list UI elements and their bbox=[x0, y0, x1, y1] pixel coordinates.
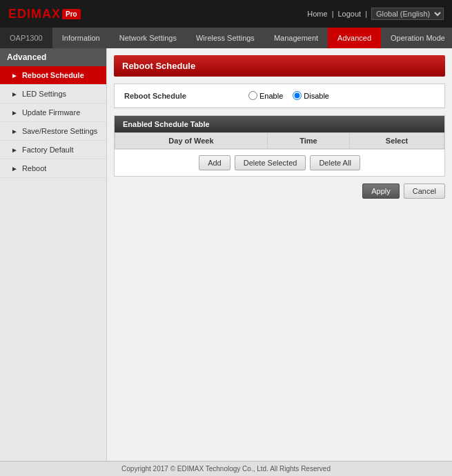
arrow-icon: ► bbox=[11, 90, 18, 98]
sidebar-item-reboot[interactable]: ► Reboot bbox=[0, 159, 106, 178]
schedule-table: Day of Week Time Select bbox=[115, 132, 444, 149]
logo-pro: Pro bbox=[62, 9, 81, 19]
arrow-icon: ► bbox=[11, 165, 18, 172]
nav-wireless-settings[interactable]: Wireless Settings bbox=[186, 28, 264, 48]
sidebar-title: Advanced bbox=[0, 48, 106, 66]
delete-all-button[interactable]: Delete All bbox=[310, 155, 360, 170]
col-select: Select bbox=[350, 133, 444, 149]
enable-radio[interactable] bbox=[248, 91, 257, 100]
language-select[interactable]: Global (English) Chinese German French bbox=[371, 8, 444, 20]
nav-advanced[interactable]: Advanced bbox=[328, 28, 381, 48]
cancel-button[interactable]: Cancel bbox=[404, 184, 445, 199]
footer: Copyright 2017 © EDIMAX Technology Co., … bbox=[0, 461, 452, 476]
sidebar-item-led-settings[interactable]: ► LED Settings bbox=[0, 85, 106, 103]
arrow-icon: ► bbox=[11, 109, 18, 117]
nav-network-settings[interactable]: Network Settings bbox=[110, 28, 186, 48]
sidebar-item-factory-default[interactable]: ► Factory Default bbox=[0, 141, 106, 159]
enable-radio-label[interactable]: Enable bbox=[248, 91, 283, 100]
logout-link[interactable]: Logout bbox=[337, 10, 361, 18]
header: EDIMAX Pro Home | Logout | Global (Engli… bbox=[0, 0, 452, 28]
schedule-table-box: Enabled Schedule Table Day of Week Time … bbox=[114, 115, 445, 177]
navbar: OAP1300 Information Network Settings Wir… bbox=[0, 28, 452, 48]
table-header-bar: Enabled Schedule Table bbox=[115, 116, 444, 132]
table-footer: Add Delete Selected Delete All bbox=[115, 149, 444, 176]
delete-selected-button[interactable]: Delete Selected bbox=[235, 155, 306, 170]
sidebar-item-reboot-schedule[interactable]: ► Reboot Schedule bbox=[0, 66, 106, 85]
sidebar-item-update-firmware[interactable]: ► Update Firmware bbox=[0, 103, 106, 122]
add-button[interactable]: Add bbox=[199, 155, 230, 170]
main-layout: Advanced ► Reboot Schedule ► LED Setting… bbox=[0, 48, 452, 461]
arrow-icon: ► bbox=[11, 72, 18, 79]
col-day-of-week: Day of Week bbox=[115, 133, 268, 149]
apply-button[interactable]: Apply bbox=[362, 184, 400, 199]
oap-label: OAP1300 bbox=[0, 28, 52, 48]
page-title: Reboot Schedule bbox=[114, 55, 445, 77]
reboot-schedule-section: Reboot Schedule Enable Disable bbox=[114, 83, 445, 108]
arrow-icon: ► bbox=[11, 128, 18, 135]
home-link[interactable]: Home bbox=[307, 10, 327, 18]
logo-text: EDIMAX bbox=[8, 7, 61, 21]
reboot-schedule-label: Reboot Schedule bbox=[124, 92, 248, 100]
header-right: Home | Logout | Global (English) Chinese… bbox=[307, 8, 444, 20]
nav-management[interactable]: Management bbox=[264, 28, 328, 48]
reboot-schedule-row: Reboot Schedule Enable Disable bbox=[115, 84, 444, 108]
arrow-icon: ► bbox=[11, 146, 18, 154]
action-row: Apply Cancel bbox=[114, 184, 445, 199]
enable-label: Enable bbox=[259, 92, 283, 100]
footer-text: Copyright 2017 © EDIMAX Technology Co., … bbox=[121, 465, 331, 473]
nav-information[interactable]: Information bbox=[52, 28, 110, 48]
content-area: Reboot Schedule Reboot Schedule Enable D… bbox=[107, 48, 452, 461]
disable-radio[interactable] bbox=[293, 91, 302, 100]
sidebar: Advanced ► Reboot Schedule ► LED Setting… bbox=[0, 48, 107, 461]
reboot-schedule-controls: Enable Disable bbox=[248, 91, 329, 100]
disable-label: Disable bbox=[304, 92, 329, 100]
logo: EDIMAX Pro bbox=[8, 7, 81, 21]
col-time: Time bbox=[267, 133, 349, 149]
disable-radio-label[interactable]: Disable bbox=[293, 91, 329, 100]
sidebar-item-save-restore[interactable]: ► Save/Restore Settings bbox=[0, 122, 106, 141]
nav-operation-mode[interactable]: Operation Mode bbox=[381, 28, 452, 48]
